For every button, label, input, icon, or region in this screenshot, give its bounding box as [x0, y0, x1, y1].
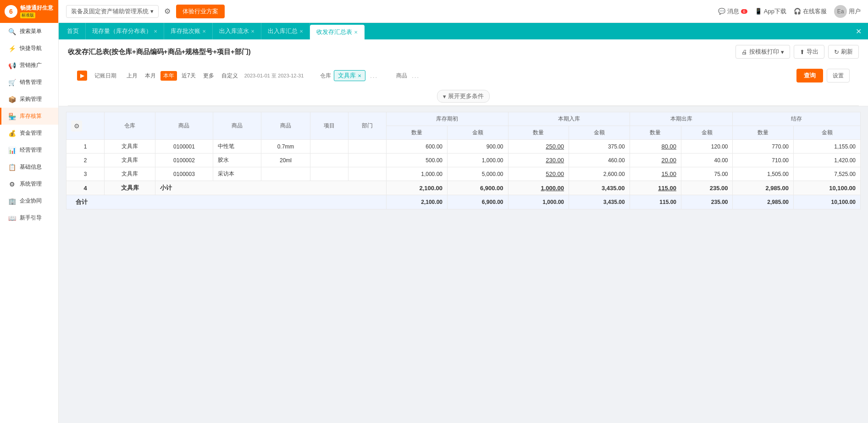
print-button[interactable]: 🖨 按模板打印 ▾ — [735, 45, 790, 59]
tab-receive-sum-close[interactable]: ✕ — [354, 30, 358, 35]
row-product-spec: 20ml — [261, 154, 310, 167]
sidebar-header: 6 畅捷通好生意 标准版 — [0, 0, 58, 23]
row-in-qty[interactable]: 230.00 — [546, 157, 564, 164]
sidebar-tag: 标准版 — [20, 12, 35, 18]
row-out-qty[interactable]: 80.00 — [661, 143, 676, 150]
tab-stock-dist-close[interactable]: ✕ — [154, 29, 157, 34]
experience-button[interactable]: 体验行业方案 — [176, 5, 225, 18]
tabbar-close-icon[interactable]: ✕ — [851, 27, 866, 36]
gear-icon[interactable]: ⚙ — [164, 7, 171, 16]
warehouse-label: 仓库 — [320, 72, 331, 80]
sidebar-item-quick[interactable]: ⚡ 快捷导航 — [0, 40, 58, 57]
main-content: 装备及固定资产辅助管理系统 ▾ ⚙ 体验行业方案 💬 消息 6 📱 App下载 … — [59, 0, 868, 423]
date-opt-more[interactable]: 更多 — [200, 71, 217, 81]
row-in-amt: 460.00 — [569, 154, 630, 167]
tab-inout-sum[interactable]: 出入库汇总 ✕ — [261, 23, 310, 39]
row-bal-qty: 710.00 — [733, 154, 794, 167]
row-out-qty[interactable]: 20.00 — [661, 157, 676, 164]
inventory-icon: 🏪 — [8, 113, 16, 120]
col-open-amt-header: 金额 — [447, 126, 508, 140]
sales-icon: 🛒 — [8, 79, 16, 86]
system-selector[interactable]: 装备及固定资产辅助管理系统 ▾ — [66, 5, 159, 18]
row-project — [310, 154, 348, 167]
table-settings-gear[interactable]: ⚙ — [71, 121, 82, 132]
expand-more-button[interactable]: ▾ 展开更多条件 — [437, 90, 490, 103]
query-button[interactable]: 查询 — [796, 69, 823, 82]
col-in-header: 本期入库 — [508, 112, 630, 126]
row-out-qty[interactable]: 15.00 — [661, 170, 676, 177]
tab-batch-label: 库存批次账 — [171, 27, 200, 35]
message-action[interactable]: 💬 消息 6 — [718, 7, 747, 16]
sidebar-item-sales[interactable]: 🛒 销售管理 — [0, 74, 58, 91]
page-header: 收发存汇总表(按仓库+商品编码+商品+规格型号+项目+部门) 🖨 按模板打印 ▾… — [59, 39, 868, 106]
subtotal-out-qty[interactable]: 115.00 — [658, 185, 676, 192]
tab-stock-dist-label: 现存量（库存分布表） — [92, 27, 152, 35]
date-opt-custom[interactable]: 自定义 — [219, 71, 241, 81]
product-filter: 商品 ... — [396, 72, 421, 80]
app-download-action[interactable]: 📱 App下载 — [755, 7, 786, 16]
tab-inout-flow-close[interactable]: ✕ — [251, 29, 254, 34]
settings-button[interactable]: 设置 — [827, 69, 850, 82]
page-title-row: 收发存汇总表(按仓库+商品编码+商品+规格型号+项目+部门) 🖨 按模板打印 ▾… — [68, 45, 859, 59]
message-badge: 6 — [741, 9, 747, 14]
row-open-qty: 500.00 — [387, 154, 448, 167]
subtotal-in-qty[interactable]: 1,000.00 — [541, 185, 564, 192]
warehouse-tag[interactable]: 文具库 ✕ — [334, 70, 365, 81]
sidebar-item-finance[interactable]: 💰 资金管理 — [0, 125, 58, 142]
refresh-button[interactable]: ↻ 刷新 — [828, 45, 859, 59]
tab-home[interactable]: 首页 — [61, 23, 86, 39]
warehouse-more-dots[interactable]: ... — [370, 72, 378, 79]
sidebar-item-inventory[interactable]: 🏪 库存核算 — [0, 108, 58, 125]
col-warehouse-header: 仓库 — [105, 112, 155, 140]
filter-arrow-btn[interactable]: ▶ — [77, 71, 87, 81]
table-area: ⚙ 仓库 商品 商品 商品 项目 部门 库存期初 本期入库 本期出库 结存 — [59, 106, 868, 215]
row-dept — [348, 167, 387, 181]
user-label: 用户 — [849, 7, 861, 16]
total-row: 合计 2,100.00 6,900.00 1,000.00 3,435.00 1… — [66, 195, 861, 209]
tab-stock-dist[interactable]: 现存量（库存分布表） ✕ — [86, 23, 164, 39]
tab-inout-sum-label: 出入库汇总 — [268, 27, 298, 35]
export-label: 导出 — [807, 48, 818, 56]
sidebar-label-base: 基础信息 — [20, 163, 42, 171]
col-dept-header: 部门 — [348, 112, 387, 140]
sidebar-item-purchase[interactable]: 📦 采购管理 — [0, 91, 58, 108]
date-opt-this-month[interactable]: 本月 — [142, 71, 159, 81]
sidebar-item-search[interactable]: 🔍 搜索菜单 — [0, 23, 58, 40]
sidebar-item-marketing[interactable]: 📢 营销推广 — [0, 57, 58, 74]
row-in-qty[interactable]: 520.00 — [546, 170, 564, 177]
user-action[interactable]: Ea 用户 — [834, 5, 861, 18]
sidebar-item-operations[interactable]: 📊 经营管理 — [0, 142, 58, 159]
sidebar-item-corp[interactable]: 🏢 企业协同 — [0, 192, 58, 209]
online-service-action[interactable]: 🎧 在线客服 — [794, 7, 827, 16]
tab-batch[interactable]: 库存批次账 ✕ — [164, 23, 213, 39]
topbar-actions: 💬 消息 6 📱 App下载 🎧 在线客服 Ea 用户 — [718, 5, 861, 18]
sidebar-label-operations: 经营管理 — [20, 146, 42, 154]
printer-icon: 🖨 — [741, 49, 747, 55]
row-open-amt: 1,000.00 — [447, 154, 508, 167]
row-out-amt: 75.00 — [681, 167, 733, 181]
row-product-code: 0100002 — [155, 154, 213, 167]
export-button[interactable]: ⬆ 导出 — [794, 45, 824, 59]
row-in-qty[interactable]: 250.00 — [546, 143, 564, 150]
sidebar-item-system[interactable]: ⚙ 系统管理 — [0, 176, 58, 192]
sidebar-item-guide[interactable]: 📖 新手引导 — [0, 209, 58, 226]
col-project-header: 项目 — [310, 112, 348, 140]
total-open-amt: 6,900.00 — [447, 195, 508, 209]
tab-receive-sum[interactable]: 收发存汇总表 ✕ — [310, 25, 365, 39]
warehouse-tag-close[interactable]: ✕ — [358, 73, 361, 78]
tab-batch-close[interactable]: ✕ — [202, 29, 206, 34]
tab-inout-sum-close[interactable]: ✕ — [299, 29, 303, 34]
date-opt-7days[interactable]: 近7天 — [179, 71, 199, 81]
page-content: 收发存汇总表(按仓库+商品编码+商品+规格型号+项目+部门) 🖨 按模板打印 ▾… — [59, 39, 868, 423]
tab-inout-flow[interactable]: 出入库流水 ✕ — [213, 23, 261, 39]
product-more-dots[interactable]: ... — [412, 72, 420, 79]
finance-icon: 💰 — [8, 130, 16, 137]
col-opening-header: 库存期初 — [387, 112, 508, 126]
sidebar-item-base[interactable]: 📋 基础信息 — [0, 159, 58, 176]
base-icon: 📋 — [8, 164, 16, 171]
date-opt-this-year[interactable]: 本年 — [160, 71, 177, 81]
export-icon: ⬆ — [800, 49, 805, 55]
date-opt-prev-month[interactable]: 上月 — [124, 71, 140, 81]
subtotal-bal-amt: 10,100.00 — [794, 181, 861, 195]
total-label: 合计 — [76, 198, 88, 205]
